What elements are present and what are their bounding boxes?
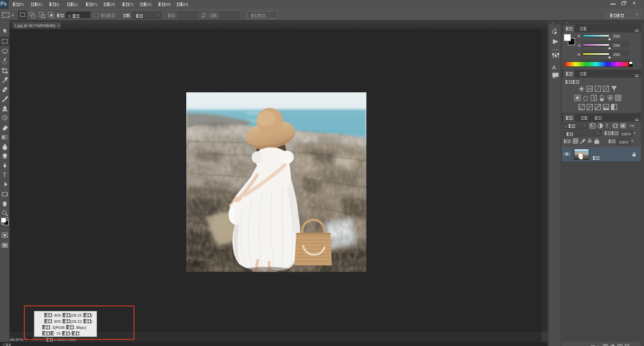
svg-text:T: T	[3, 171, 7, 178]
svg-text:A: A	[552, 64, 556, 71]
svg-text:T: T	[605, 123, 608, 129]
